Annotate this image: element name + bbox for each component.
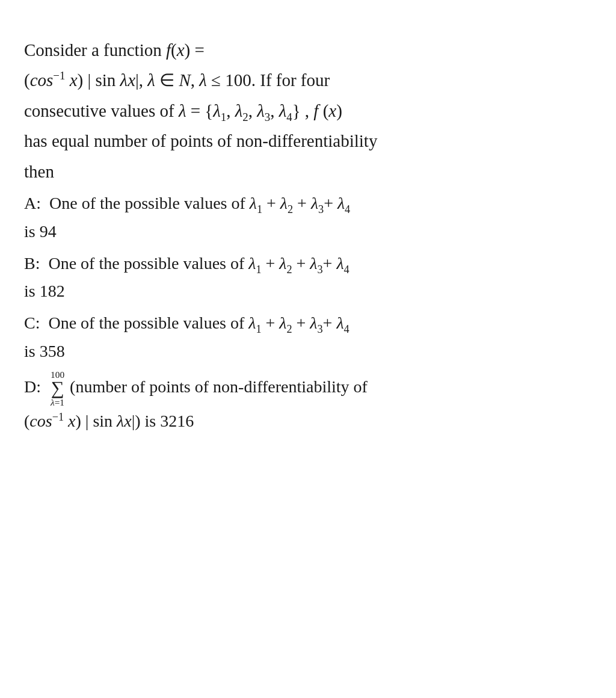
option-c: C: One of the possible values of λ1 + λ2…: [24, 310, 590, 365]
intro-line-5: then: [24, 158, 590, 185]
option-b-line1: B: One of the possible values of λ1 + λ2…: [24, 250, 590, 277]
option-b-line2: is 182: [24, 278, 590, 305]
option-d-line2: (cos−1 x) | sin λx|) is 3216: [24, 408, 590, 435]
option-c-line1: C: One of the possible values of λ1 + λ2…: [24, 310, 590, 337]
option-d-label: D:: [24, 377, 41, 396]
intro-line-1: Consider a function f(x) =: [24, 36, 590, 64]
intro-line-3: consecutive values of λ = {λ1, λ2, λ3, λ…: [24, 97, 590, 125]
option-d: D: 100 ∑ λ=1 (number of points of non-di…: [24, 370, 590, 435]
option-b: B: One of the possible values of λ1 + λ2…: [24, 250, 590, 306]
function-name: f: [166, 40, 171, 60]
option-a-line1: A: One of the possible values of λ1 + λ2…: [24, 190, 590, 217]
sigma-symbol: ∑: [51, 379, 64, 398]
option-b-label: B:: [24, 254, 40, 273]
main-content: Consider a function f(x) = (cos−1 x) | s…: [18, 24, 596, 452]
option-d-line1: D: 100 ∑ λ=1 (number of points of non-di…: [24, 370, 590, 407]
intro-paragraph: Consider a function f(x) = (cos−1 x) | s…: [24, 36, 590, 185]
intro-line-4: has equal number of points of non-differ…: [24, 127, 590, 155]
option-a-line2: is 94: [24, 218, 590, 246]
option-c-line2: is 358: [24, 338, 590, 365]
option-c-label: C:: [24, 313, 40, 332]
intro-line-2: (cos−1 x) | sin λx|, λ ∈ N, λ ≤ 100. If …: [24, 66, 590, 94]
var-x: x: [177, 40, 185, 60]
option-a-label: A:: [24, 194, 41, 212]
option-a: A: One of the possible values of λ1 + λ2…: [24, 190, 590, 246]
sigma-lower-limit: λ=1: [51, 398, 64, 407]
sigma-notation: 100 ∑ λ=1: [51, 370, 64, 407]
